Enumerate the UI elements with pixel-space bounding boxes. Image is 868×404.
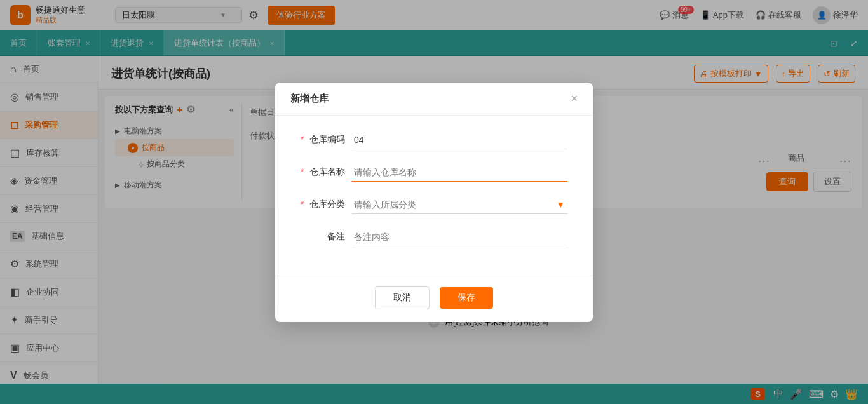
modal-close-button[interactable]: × bbox=[571, 93, 578, 104]
form-row-warehouse-name: 仓库名称 bbox=[301, 163, 567, 182]
warehouse-category-select-wrap[interactable]: ▼ bbox=[351, 196, 567, 214]
modal-body: 仓库编码 仓库名称 仓库分类 ▼ 备注 bbox=[275, 116, 593, 276]
warehouse-name-input[interactable] bbox=[351, 163, 567, 182]
warehouse-name-label: 仓库名称 bbox=[301, 166, 351, 178]
modal-header: 新增仓库 × bbox=[275, 83, 593, 116]
new-warehouse-modal: 新增仓库 × 仓库编码 仓库名称 仓库分类 ▼ bbox=[275, 83, 593, 322]
warehouse-category-label: 仓库分类 bbox=[301, 199, 351, 210]
modal-title: 新增仓库 bbox=[290, 93, 329, 105]
remark-label: 备注 bbox=[301, 231, 351, 243]
modal-overlay: 新增仓库 × 仓库编码 仓库名称 仓库分类 ▼ bbox=[0, 0, 868, 404]
warehouse-category-input[interactable] bbox=[351, 196, 567, 213]
modal-footer: 取消 保存 bbox=[275, 276, 593, 322]
warehouse-code-label: 仓库编码 bbox=[301, 134, 351, 145]
form-row-remark: 备注 bbox=[301, 228, 567, 246]
form-row-warehouse-code: 仓库编码 bbox=[301, 131, 567, 149]
modal-save-button[interactable]: 保存 bbox=[440, 287, 493, 309]
warehouse-code-input[interactable] bbox=[351, 131, 567, 149]
form-row-warehouse-category: 仓库分类 ▼ bbox=[301, 196, 567, 214]
remark-input[interactable] bbox=[351, 228, 567, 246]
modal-cancel-button[interactable]: 取消 bbox=[375, 286, 430, 309]
